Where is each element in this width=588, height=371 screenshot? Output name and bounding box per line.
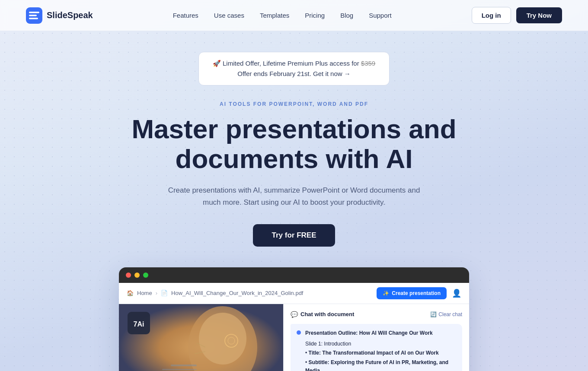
chat-title-key: Title: [309, 350, 321, 356]
nav-actions: Log in Try Now [472, 7, 562, 24]
logo-link[interactable]: SlideSpeak [26, 7, 93, 24]
offer-line2: Offer ends February 21st. Get it now → [213, 69, 375, 79]
clear-icon: 🔄 [430, 311, 437, 317]
chat-subtitle-key: Subtitle: [309, 359, 329, 365]
chat-subtitle-item: • Subtitle: Exploring the Future of AI i… [305, 358, 456, 371]
nav-use-cases[interactable]: Use cases [214, 12, 244, 19]
chat-title: 💬 Chat with document [291, 311, 354, 318]
svg-rect-12 [162, 369, 197, 370]
nav-features[interactable]: Features [173, 12, 198, 19]
nav-links: Features Use cases Templates Pricing Blo… [173, 12, 392, 19]
create-presentation-button[interactable]: ✨ Create presentation [377, 287, 447, 299]
svg-text:7Ai: 7Ai [134, 320, 144, 328]
dot-close [126, 273, 131, 278]
hero-description: Create presentations with AI, summarize … [160, 184, 428, 209]
chat-icon: 💬 [291, 311, 298, 318]
nav-templates[interactable]: Templates [260, 12, 289, 19]
chat-title-text: Chat with document [300, 311, 354, 317]
offer-emoji: 🚀 [213, 60, 221, 67]
breadcrumb-separator: › [156, 290, 157, 296]
chat-title-item: • Title: The Transformational Impact of … [305, 349, 456, 357]
breadcrumb-home-icon: 🏠 [127, 290, 134, 296]
chat-content: Presentation Outline: How AI Will Change… [305, 329, 456, 371]
chat-header: 💬 Chat with document 🔄 Clear chat [291, 311, 462, 318]
hero-title: Master presentations and documents with … [131, 114, 456, 174]
chat-bubble-title: Presentation Outline: How AI Will Change… [305, 329, 456, 337]
offer-text-before: Limited Offer, Lifetime Premium Plus acc… [223, 60, 361, 67]
cta-button[interactable]: Try for FREE [253, 224, 336, 247]
breadcrumb: 🏠 Home › 📄 How_AI_Will_Change_Our_Work_i… [127, 290, 303, 296]
breadcrumb-file: How_AI_Will_Change_Our_Work_in_2024_Goli… [171, 290, 303, 296]
hero-subtitle: AI TOOLS FOR POWERPOINT, WORD AND PDF [220, 101, 368, 107]
mockup-content: 7Ai 💬 Chat with document 🔄 Clear chat [119, 304, 469, 371]
chat-title-val: The Transformational Impact of AI on Our… [322, 350, 438, 356]
main-content: 🚀 Limited Offer, Lifetime Premium Plus a… [0, 31, 588, 371]
mockup-toolbar: 🏠 Home › 📄 How_AI_Will_Change_Our_Work_i… [119, 283, 469, 304]
mockup-right-panel: 💬 Chat with document 🔄 Clear chat Presen… [283, 304, 469, 371]
nav-pricing[interactable]: Pricing [305, 12, 325, 19]
breadcrumb-file-icon: 📄 [161, 290, 168, 296]
svg-rect-2 [29, 15, 37, 16]
svg-rect-3 [29, 18, 38, 19]
svg-point-6 [199, 313, 246, 365]
clear-label: Clear chat [438, 311, 462, 317]
svg-rect-11 [171, 365, 197, 366]
login-button[interactable]: Log in [472, 7, 511, 24]
ai-face-image: 7Ai [119, 304, 283, 371]
breadcrumb-home: Home [137, 290, 152, 296]
svg-rect-1 [29, 12, 39, 13]
user-icon: 👤 [452, 289, 461, 298]
hero-title-line2: documents with AI [176, 144, 413, 174]
dot-maximize [143, 273, 148, 278]
dot-minimize [134, 273, 140, 278]
offer-line1: 🚀 Limited Offer, Lifetime Premium Plus a… [213, 58, 375, 69]
offer-price: $359 [361, 60, 375, 67]
chat-bubble-indicator [297, 330, 301, 335]
navbar: SlideSpeak Features Use cases Templates … [0, 0, 588, 31]
logo-text: SlideSpeak [47, 10, 93, 20]
nav-support[interactable]: Support [369, 12, 392, 19]
create-label: Create presentation [392, 290, 441, 296]
chat-bubble: Presentation Outline: How AI Will Change… [291, 324, 462, 371]
try-now-button[interactable]: Try Now [516, 7, 562, 23]
offer-banner[interactable]: 🚀 Limited Offer, Lifetime Premium Plus a… [198, 52, 390, 86]
mockup-titlebar [119, 267, 469, 283]
chat-slide-label: Slide 1: Introduction [305, 340, 456, 348]
create-icon: ✨ [383, 290, 389, 296]
clear-chat-button[interactable]: 🔄 Clear chat [430, 311, 462, 317]
hero-title-line1: Master presentations and [131, 114, 456, 144]
mockup-left-panel: 7Ai [119, 304, 283, 371]
app-mockup: 🏠 Home › 📄 How_AI_Will_Change_Our_Work_i… [119, 267, 469, 371]
logo-icon [26, 7, 42, 24]
nav-blog[interactable]: Blog [340, 12, 353, 19]
